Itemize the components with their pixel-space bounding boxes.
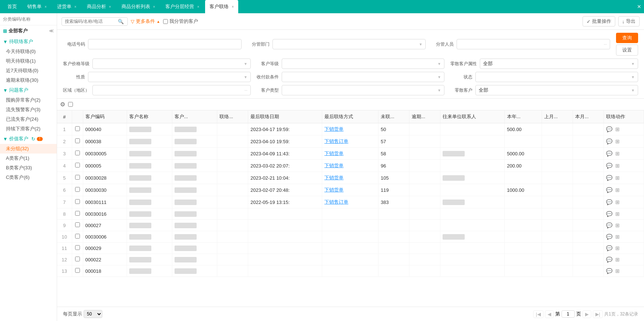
sidebar-item-churn-warning[interactable]: 流失预警客户(3) (0, 105, 57, 114)
action-message-icon[interactable]: 💬 (606, 257, 612, 262)
sidebar-item-today-pending[interactable]: 今天待联络(0) (0, 47, 57, 56)
sidebar-item-declining[interactable]: 持续下滑客户(2) (0, 124, 57, 134)
action-grid-icon[interactable]: ⊞ (615, 211, 620, 217)
dept-select[interactable]: ▼ (272, 39, 426, 49)
close-all-tabs[interactable]: × (637, 3, 641, 11)
zero-customer-select[interactable]: 全部 ▼ (475, 85, 638, 95)
nav-sales[interactable]: 销售单 × (23, 0, 51, 13)
customer-level-select[interactable]: ▼ (282, 59, 444, 69)
filter-search-icon[interactable]: 🔍 (118, 19, 124, 24)
action-message-icon[interactable]: 💬 (606, 187, 612, 193)
action-message-icon[interactable]: 💬 (606, 163, 612, 169)
sidebar-search-input[interactable] (3, 17, 57, 22)
select-all-checkbox[interactable] (68, 102, 73, 107)
nature-select[interactable]: ▼ (88, 72, 251, 82)
sidebar-pending-group[interactable]: ▼ 待联络客户 (0, 36, 57, 47)
action-message-icon[interactable]: 💬 (606, 175, 612, 181)
action-message-icon[interactable]: 💬 (606, 138, 612, 144)
row-checkbox[interactable] (72, 148, 83, 160)
sidebar-item-week-pending[interactable]: 近7天待联络(0) (0, 66, 57, 75)
row-checkbox[interactable] (72, 254, 83, 265)
first-page-btn[interactable]: |◀ (533, 310, 543, 318)
payment-select[interactable]: ▼ (282, 72, 444, 82)
row-checkbox[interactable] (72, 196, 83, 208)
action-grid-icon[interactable]: ⊞ (615, 268, 620, 274)
action-message-icon[interactable]: 💬 (606, 268, 612, 274)
price-level-select[interactable]: ▼ (92, 59, 251, 69)
table-settings-icon[interactable]: ⚙ (60, 101, 65, 108)
action-message-icon[interactable]: 💬 (606, 234, 612, 240)
nav-purchase[interactable]: 进货单 × (53, 0, 81, 13)
action-message-icon[interactable]: 💬 (606, 199, 612, 205)
row-checkbox[interactable] (72, 231, 83, 243)
row-checkbox[interactable] (72, 172, 83, 184)
nav-product-list-close[interactable]: × (153, 5, 155, 9)
sidebar-value-group[interactable]: ▼ 价值客户 ↻ ! (0, 134, 57, 144)
filter-search-input[interactable] (65, 19, 116, 24)
person-select[interactable]: ··· (457, 39, 610, 49)
row-checkbox[interactable] (72, 220, 83, 231)
customer-type-select[interactable]: ▼ (282, 85, 444, 95)
filter-more-btn[interactable]: ▽ 更多条件 ▲ (131, 18, 160, 25)
zero-attr-select[interactable]: 全部 ▼ (480, 59, 638, 69)
batch-operation-btn[interactable]: ✓ 批量操作 (583, 16, 615, 27)
prev-page-btn[interactable]: ◀ (545, 310, 554, 318)
collapse-sidebar-icon[interactable]: ≪ (49, 28, 54, 33)
refresh-icon[interactable]: ↻ (31, 136, 35, 142)
row-checkbox[interactable] (72, 208, 83, 220)
sidebar-item-ungrouped[interactable]: 未分组(32) (0, 144, 57, 154)
action-grid-icon[interactable]: ⊞ (615, 126, 620, 132)
action-message-icon[interactable]: 💬 (606, 245, 612, 251)
sidebar-item-abnormal[interactable]: 囤购异常客户(2) (0, 95, 57, 105)
nav-home[interactable]: 首页 (3, 0, 21, 13)
phone-input[interactable] (88, 39, 242, 49)
action-grid-icon[interactable]: ⊞ (615, 175, 620, 181)
sidebar-item-tomorrow-pending[interactable]: 明天待联络(1) (0, 56, 57, 66)
action-grid-icon[interactable]: ⊞ (615, 234, 620, 240)
nav-product-analysis-list[interactable]: 商品分析列表 × (117, 0, 160, 13)
area-select[interactable]: ··· (92, 85, 251, 95)
action-grid-icon[interactable]: ⊞ (615, 245, 620, 251)
filter-search-box[interactable]: 🔍 (61, 17, 128, 26)
nav-customer-contact-close[interactable]: × (232, 5, 234, 9)
sidebar-item-class-b[interactable]: B类客户(33) (0, 163, 57, 173)
nav-sales-close[interactable]: × (45, 5, 47, 9)
sidebar-item-overdue-pending[interactable]: 逾期未联络(30) (0, 75, 57, 85)
nav-product-analysis-close[interactable]: × (109, 5, 111, 9)
last-page-btn[interactable]: ▶| (593, 310, 603, 318)
reset-button[interactable]: 设置 (616, 45, 638, 56)
nav-customer-segment[interactable]: 客户分层经营 × (161, 0, 204, 13)
next-page-btn[interactable]: ▶ (583, 310, 591, 318)
sidebar-item-churned[interactable]: 已流失客户(24) (0, 114, 57, 124)
row-checkbox[interactable] (72, 265, 83, 277)
row-checkbox[interactable] (72, 243, 83, 254)
current-page-input[interactable] (562, 310, 575, 318)
sidebar-all-customers[interactable]: ⊞ 全部客户 ≪ (0, 25, 57, 36)
action-grid-icon[interactable]: ⊞ (615, 163, 620, 169)
export-btn[interactable]: ↓ 导出 (618, 16, 640, 27)
query-button[interactable]: 查询 (616, 33, 638, 43)
row-checkbox[interactable] (72, 123, 83, 135)
action-grid-icon[interactable]: ⊞ (615, 257, 620, 262)
action-grid-icon[interactable]: ⊞ (615, 199, 620, 205)
sidebar-item-class-a[interactable]: A类客户(1) (0, 154, 57, 163)
nav-customer-segment-close[interactable]: × (197, 5, 199, 9)
per-page-select[interactable]: 50 100 200 (84, 310, 102, 318)
my-customers-check[interactable] (163, 19, 168, 24)
sidebar-item-class-c[interactable]: C类客户(6) (0, 173, 57, 182)
row-checkbox[interactable] (72, 160, 83, 172)
my-customers-checkbox[interactable]: 我分管的客户 (163, 18, 198, 25)
action-grid-icon[interactable]: ⊞ (615, 138, 620, 144)
nav-customer-contact[interactable]: 客户联络 × (205, 0, 238, 13)
sidebar-search-box[interactable]: 🔍 (0, 13, 57, 25)
action-grid-icon[interactable]: ⊞ (615, 222, 620, 228)
action-message-icon[interactable]: 💬 (606, 222, 612, 228)
status-select[interactable]: ▼ (475, 72, 638, 82)
action-message-icon[interactable]: 💬 (606, 126, 612, 132)
action-message-icon[interactable]: 💬 (606, 211, 612, 217)
nav-product-analysis[interactable]: 商品分析 × (82, 0, 116, 13)
row-checkbox[interactable] (72, 135, 83, 148)
action-grid-icon[interactable]: ⊞ (615, 187, 620, 193)
action-message-icon[interactable]: 💬 (606, 151, 612, 156)
row-checkbox[interactable] (72, 184, 83, 196)
